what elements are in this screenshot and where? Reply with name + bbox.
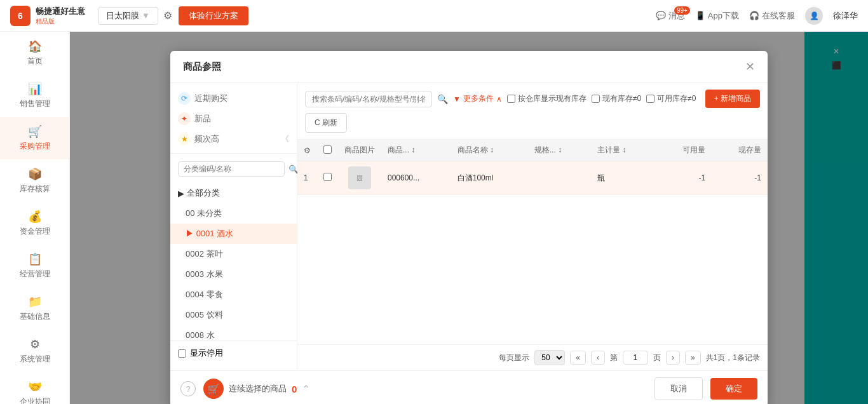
category-item-00[interactable]: 00 未分类: [170, 203, 297, 224]
sidebar-item-finance[interactable]: 💰 资金管理: [0, 202, 69, 245]
first-page-btn[interactable]: «: [570, 351, 586, 365]
basic-info-icon: 📁: [28, 295, 42, 309]
category-item-0003[interactable]: 0003 水果: [170, 264, 297, 285]
main-layout: 🏠 首页 📊 销售管理 🛒 采购管理 📦 库存核算 💰 资金管理 📋 经营管理 …: [0, 32, 868, 404]
cart-area: 🛒 连续选择的商品 0 ⌃: [203, 379, 310, 399]
new-icon: ✦: [178, 112, 191, 125]
next-page-btn[interactable]: ›: [666, 351, 680, 365]
th-unit[interactable]: 主计量 ↕: [591, 140, 656, 161]
category-item-0008[interactable]: 0008 水: [170, 325, 297, 340]
cell-num: 1: [297, 161, 317, 195]
th-code[interactable]: 商品... ↕: [381, 140, 451, 161]
sidebar-item-inventory[interactable]: 📦 库存核算: [0, 159, 69, 202]
modal-left-panel: ⟳ 近期购买 ✦ 新品 ★ 频次高 《: [170, 83, 297, 370]
th-spec[interactable]: 规格... ↕: [528, 140, 591, 161]
purchase-icon: 🛒: [28, 125, 42, 138]
quick-filter-freq[interactable]: ★ 频次高 《: [170, 129, 297, 149]
headset-icon: 🎧: [749, 11, 759, 20]
logo-icon: 6: [10, 6, 31, 26]
sidebar-item-system[interactable]: ⚙ 系统管理: [0, 330, 69, 372]
sidebar-item-operations[interactable]: 📋 经营管理: [0, 245, 69, 287]
gear-button[interactable]: ⚙: [163, 10, 172, 22]
refresh-btn[interactable]: C 刷新: [305, 113, 347, 133]
cell-checkbox[interactable]: [317, 161, 338, 195]
page-number-input[interactable]: [623, 351, 648, 365]
th-checkbox[interactable]: [317, 140, 338, 161]
table-header-row: ⚙ 商品图片 商品... ↕ 商品名称 ↕ 规格... ↕ 主计量 ↕ 可用量: [297, 140, 768, 161]
th-settings[interactable]: ⚙: [297, 140, 317, 161]
quick-filter-new[interactable]: ✦ 新品: [170, 109, 297, 129]
sidebar-item-enterprise[interactable]: 🤝 企业协同: [0, 372, 69, 404]
trial-btn[interactable]: 体验行业方案: [179, 6, 248, 25]
cart-collapse-btn[interactable]: ⌃: [302, 383, 310, 395]
category-all-header[interactable]: ▶ 全部分类: [170, 183, 297, 203]
content-area: ✕ ⬛ 商品参照 ✕ ⟳ 近期购买: [70, 32, 868, 404]
th-available[interactable]: 可用量: [656, 140, 712, 161]
category-item-0005[interactable]: 0005 饮料: [170, 305, 297, 325]
top-nav: 6 畅捷通好生意 精品版 日太阳膜 ▼ ⚙ 体验行业方案 💬 消息 99+ 📱 …: [0, 0, 868, 32]
app-download-btn[interactable]: 📱 App下载: [695, 10, 739, 22]
cart-icon[interactable]: 🛒: [203, 379, 224, 399]
user-avatar: 👤: [805, 7, 823, 25]
recent-icon: ⟳: [178, 92, 191, 105]
display-disabled-checkbox[interactable]: [178, 349, 186, 358]
search-submit-icon[interactable]: 🔍: [437, 94, 448, 104]
filter-up-icon: ∧: [496, 95, 502, 104]
th-stock[interactable]: 现存量: [712, 140, 768, 161]
help-btn[interactable]: ?: [180, 381, 196, 396]
freq-icon: ★: [178, 133, 191, 145]
usable-ne0-checkbox[interactable]: [646, 95, 654, 103]
notification-btn[interactable]: 💬 消息 99+: [656, 10, 685, 22]
sidebar-item-sales[interactable]: 📊 销售管理: [0, 74, 69, 117]
finance-icon: 💰: [28, 210, 42, 224]
category-list: ▶ 全部分类 00 未分类 ▶ 0001 酒水 0002 茶叶 0003 水果 …: [170, 180, 297, 340]
category-search-input[interactable]: [178, 161, 285, 177]
product-table: ⚙ 商品图片 商品... ↕ 商品名称 ↕ 规格... ↕ 主计量 ↕ 可用量: [297, 140, 768, 195]
home-icon: 🏠: [28, 39, 42, 53]
category-item-0004[interactable]: 0004 零食: [170, 285, 297, 305]
select-all-checkbox[interactable]: [323, 145, 332, 154]
enterprise-icon: 🤝: [28, 380, 42, 394]
product-table-wrap: ⚙ 商品图片 商品... ↕ 商品名称 ↕ 规格... ↕ 主计量 ↕ 可用量: [297, 140, 768, 344]
cell-stock: -1: [712, 161, 768, 195]
more-filter-btn[interactable]: ▼ 更多条件 ∧: [453, 93, 502, 104]
cell-available: -1: [656, 161, 712, 195]
category-item-0002[interactable]: 0002 茶叶: [170, 244, 297, 264]
username[interactable]: 徐泽华: [833, 10, 858, 22]
warehouse-filter-checkbox[interactable]: [507, 95, 515, 103]
quick-filter-recent[interactable]: ⟳ 近期购买: [170, 88, 297, 109]
pagination-summary: 共1页，1条记录: [706, 353, 760, 363]
table-row[interactable]: 1 🖼 000600... 白酒100ml 瓶: [297, 161, 768, 195]
product-search-input[interactable]: [305, 91, 432, 107]
phone-icon: 📱: [695, 11, 705, 20]
logo-area: 6 畅捷通好生意 精品版: [10, 6, 85, 26]
cell-image: 🖼: [338, 161, 381, 195]
nav-dropdown[interactable]: 日太阳膜 ▼: [98, 7, 158, 25]
sidebar-item-purchase[interactable]: 🛒 采购管理: [0, 117, 69, 159]
per-page-select[interactable]: 50: [534, 350, 565, 365]
cancel-btn[interactable]: 取消: [654, 377, 703, 400]
stock-ne0-checkbox[interactable]: [592, 95, 600, 103]
online-service-btn[interactable]: 🎧 在线客服: [749, 10, 795, 22]
sidebar-item-home[interactable]: 🏠 首页: [0, 32, 69, 74]
prev-page-btn[interactable]: ‹: [591, 351, 605, 365]
warehouse-filter-label[interactable]: 按仓库显示现有库存: [507, 93, 587, 104]
last-page-btn[interactable]: »: [685, 351, 701, 365]
divider: [170, 153, 297, 154]
row-checkbox[interactable]: [323, 173, 332, 181]
stock-ne0-filter-label[interactable]: 现有库存≠0: [592, 93, 641, 104]
product-modal: 商品参照 ✕ ⟳ 近期购买 ✦ 新品: [170, 51, 768, 404]
add-product-btn[interactable]: + 新增商品: [705, 90, 760, 108]
sidebar-item-basic-info[interactable]: 📁 基础信息: [0, 287, 69, 330]
left-panel-collapse-btn[interactable]: 《: [281, 133, 289, 145]
cell-unit: 瓶: [591, 161, 656, 195]
modal-header: 商品参照 ✕: [170, 51, 768, 83]
confirm-btn[interactable]: 确定: [710, 378, 757, 400]
category-item-0001[interactable]: ▶ 0001 酒水: [170, 224, 297, 244]
usable-ne0-filter-label[interactable]: 可用库存≠0: [646, 93, 696, 104]
cell-spec: [528, 161, 591, 195]
inventory-icon: 📦: [28, 167, 42, 181]
modal-close-btn[interactable]: ✕: [745, 60, 755, 74]
filter-icon: ▼: [453, 95, 461, 104]
th-name[interactable]: 商品名称 ↕: [451, 140, 528, 161]
